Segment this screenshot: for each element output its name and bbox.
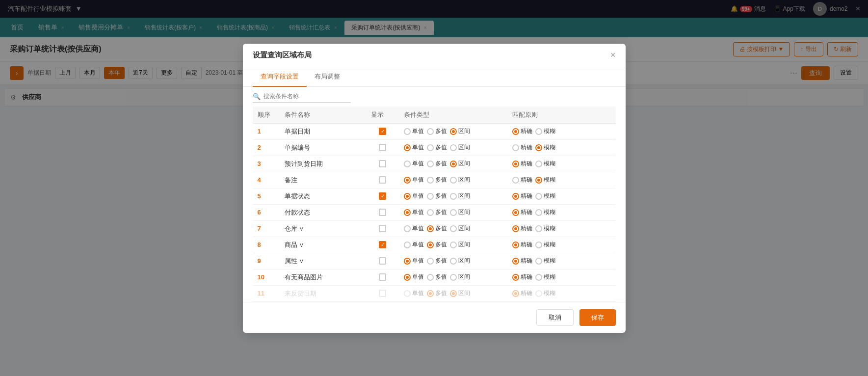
modal-dialog: 设置查询区域布局 × 查询字段设置 布局调整 🔍 顺序 条件名称 显示 xyxy=(243,44,626,111)
search-box: 🔍 xyxy=(253,93,351,103)
th-name: 条件名称 xyxy=(280,107,367,111)
th-order: 顺序 xyxy=(253,107,280,111)
modal-tabs: 查询字段设置 布局调整 xyxy=(243,67,626,87)
search-icon: 🔍 xyxy=(253,93,261,100)
modal-overlay: 设置查询区域布局 × 查询字段设置 布局调整 🔍 顺序 条件名称 显示 xyxy=(0,0,868,110)
tab-query-fields[interactable]: 查询字段设置 xyxy=(253,67,307,87)
search-input[interactable] xyxy=(263,93,351,100)
modal-search-area: 🔍 xyxy=(243,87,626,107)
modal-close-button[interactable]: × xyxy=(610,51,616,59)
modal-table-wrap: 顺序 条件名称 显示 条件类型 匹配原则 1单据日期单值多值区间精确模糊2单据编… xyxy=(243,107,626,111)
th-show: 显示 xyxy=(366,107,398,111)
conditions-table: 顺序 条件名称 显示 条件类型 匹配原则 1单据日期单值多值区间精确模糊2单据编… xyxy=(253,107,616,111)
modal-title: 设置查询区域布局 xyxy=(253,51,312,60)
tab-layout-adjust[interactable]: 布局调整 xyxy=(307,67,348,87)
modal-header: 设置查询区域布局 × xyxy=(243,44,626,67)
th-match: 匹配原则 xyxy=(507,107,616,111)
th-type: 条件类型 xyxy=(399,107,507,111)
